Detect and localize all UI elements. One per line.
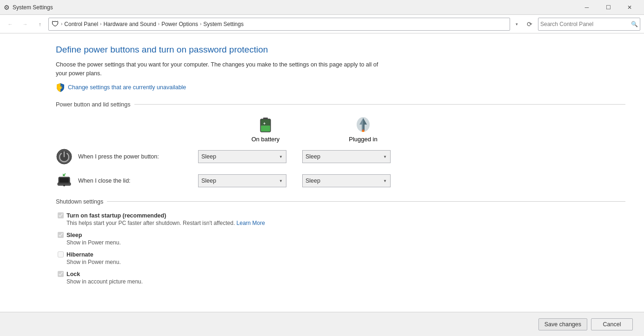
- hibernate-row: Hibernate Show in Power menu.: [56, 251, 391, 265]
- svg-text:+: +: [263, 121, 266, 126]
- plugged-in-label: Plugged in: [349, 136, 377, 143]
- title-bar: ⚙ System Settings ─ ☐ ✕: [0, 0, 644, 15]
- sleep-checkbox[interactable]: [58, 232, 64, 238]
- svg-text:⚡: ⚡: [58, 85, 64, 91]
- hibernate-desc: Show in Power menu.: [58, 259, 391, 265]
- lock-desc: Show in account picture menu.: [58, 278, 391, 285]
- breadcrumb-bar: 🛡 › Control Panel › Hardware and Sound ›…: [48, 18, 510, 31]
- fast-startup-desc-text: This helps start your PC faster after sh…: [66, 220, 235, 226]
- maximize-button[interactable]: ☐: [598, 0, 619, 15]
- breadcrumb-sep-4: ›: [199, 21, 202, 26]
- breadcrumb-control-panel[interactable]: Control Panel: [64, 21, 98, 27]
- power-button-section-title: Power button and lid settings: [56, 101, 131, 108]
- lock-row: Lock Show in account picture menu.: [56, 271, 391, 285]
- main-content: Define power buttons and turn on passwor…: [0, 33, 644, 312]
- minimize-button[interactable]: ─: [576, 0, 598, 15]
- sleep-desc: Show in Power menu.: [58, 239, 391, 246]
- power-button-icon: [56, 148, 73, 165]
- search-input[interactable]: [540, 21, 631, 27]
- lock-label-row: Lock: [58, 271, 391, 277]
- breadcrumb-sep-1: ›: [60, 21, 63, 26]
- sleep-row: Sleep Show in Power menu.: [56, 232, 391, 246]
- power-icon-svg: [56, 148, 73, 165]
- breadcrumb-dropdown-arrow[interactable]: ▾: [512, 18, 521, 31]
- shutdown-section-divider: [107, 201, 625, 202]
- title-bar-controls: ─ ☐ ✕: [576, 0, 640, 15]
- lid-icon-svg: [56, 172, 73, 189]
- section-divider: [134, 104, 625, 105]
- hibernate-label-row: Hibernate: [58, 251, 391, 258]
- lock-label: Lock: [66, 271, 80, 277]
- breadcrumb-cp-icon: 🛡: [52, 20, 59, 28]
- lid-battery-dropdown-container: Do nothing Sleep Hibernate Shut down Tur…: [198, 174, 286, 187]
- shutdown-section-title: Shutdown settings: [56, 198, 103, 205]
- settings-table: When I press the power button: Do nothin…: [56, 148, 391, 189]
- save-changes-button[interactable]: Save changes: [538, 318, 587, 330]
- power-button-plugged-dropdown-container: Do nothing Sleep Hibernate Shut down Tur…: [302, 150, 391, 163]
- app-icon: ⚙: [4, 4, 10, 11]
- fast-startup-desc: This helps start your PC faster after sh…: [58, 220, 391, 226]
- power-button-label: When I press the power button:: [78, 153, 193, 160]
- sleep-label-row: Sleep: [58, 232, 391, 238]
- hibernate-label: Hibernate: [66, 251, 93, 258]
- lid-battery-dropdown[interactable]: Do nothing Sleep Hibernate Shut down Tur…: [198, 174, 286, 187]
- up-button[interactable]: ↑: [33, 18, 46, 31]
- lid-plugged-dropdown-container: Do nothing Sleep Hibernate Shut down Tur…: [302, 174, 391, 187]
- breadcrumb-hardware-sound[interactable]: Hardware and Sound: [103, 21, 156, 27]
- power-button-battery-dropdown-container: Do nothing Sleep Hibernate Shut down Tur…: [198, 150, 286, 163]
- fast-startup-label: Turn on fast startup (recommended): [66, 212, 166, 219]
- close-button[interactable]: ✕: [619, 0, 640, 15]
- sleep-label: Sleep: [66, 232, 82, 238]
- battery-icon: +: [258, 115, 273, 134]
- power-button-section-header: Power button and lid settings: [56, 101, 625, 108]
- footer: Save changes Cancel: [0, 312, 644, 336]
- page-description: Choose the power settings that you want …: [56, 60, 381, 78]
- fast-startup-row: Turn on fast startup (recommended) This …: [56, 212, 391, 226]
- power-button-row: When I press the power button: Do nothin…: [56, 148, 391, 165]
- power-button-plugged-dropdown[interactable]: Do nothing Sleep Hibernate Shut down Tur…: [302, 150, 391, 163]
- hibernate-checkbox[interactable]: [58, 251, 64, 257]
- fast-startup-label-row: Turn on fast startup (recommended): [58, 212, 391, 219]
- back-button[interactable]: ←: [4, 18, 17, 31]
- search-icon[interactable]: 🔍: [631, 21, 638, 27]
- address-bar: ← → ↑ 🛡 › Control Panel › Hardware and S…: [0, 15, 644, 33]
- shutdown-section-header: Shutdown settings: [56, 198, 625, 205]
- fast-startup-checkbox[interactable]: [58, 212, 64, 218]
- breadcrumb-sep-2: ›: [99, 21, 102, 26]
- power-button-battery-dropdown[interactable]: Do nothing Sleep Hibernate Shut down Tur…: [198, 150, 286, 163]
- page-title: Define power buttons and turn on passwor…: [56, 45, 625, 55]
- learn-more-link[interactable]: Learn More: [237, 220, 265, 226]
- plugged-in-icon: [355, 115, 372, 134]
- breadcrumb-system-settings[interactable]: System Settings: [203, 21, 244, 27]
- forward-button[interactable]: →: [19, 18, 32, 31]
- shield-icon: ⚡: [56, 83, 65, 92]
- lid-plugged-dropdown[interactable]: Do nothing Sleep Hibernate Shut down Tur…: [302, 174, 391, 187]
- svg-point-14: [63, 184, 65, 186]
- lid-label: When I close the lid:: [78, 178, 193, 184]
- change-settings-link[interactable]: Change settings that are currently unava…: [68, 84, 186, 91]
- search-box: 🔍: [538, 18, 640, 31]
- breadcrumb-sep-3: ›: [157, 21, 160, 26]
- shutdown-section: Turn on fast startup (recommended) This …: [56, 212, 391, 285]
- lock-checkbox[interactable]: [58, 271, 64, 277]
- lid-icon: [56, 172, 73, 189]
- svg-rect-3: [261, 125, 270, 132]
- on-battery-label: On battery: [252, 136, 280, 143]
- svg-rect-13: [60, 178, 69, 183]
- cancel-button[interactable]: Cancel: [591, 318, 633, 330]
- window-title: System Settings: [13, 4, 53, 11]
- refresh-button[interactable]: ⟳: [523, 18, 536, 31]
- on-battery-header: + On battery: [221, 115, 310, 143]
- lid-row: When I close the lid: Do nothing Sleep H…: [56, 172, 391, 189]
- title-bar-left: ⚙ System Settings: [4, 4, 53, 11]
- breadcrumb-power-options[interactable]: Power Options: [161, 21, 198, 27]
- svg-point-8: [362, 129, 364, 132]
- plugged-in-header: Plugged in: [319, 115, 407, 143]
- column-headers: + On battery Plugged in: [56, 115, 625, 143]
- change-settings-row: ⚡ Change settings that are currently una…: [56, 83, 625, 92]
